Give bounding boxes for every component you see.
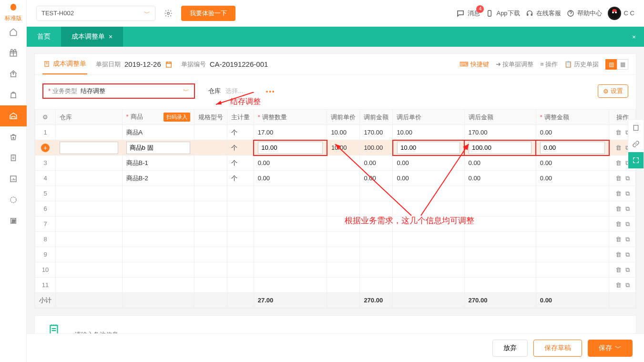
svg-marker-20 xyxy=(463,144,469,150)
chevron-down-icon: ﹀ xyxy=(183,87,189,95)
delete-row-icon[interactable]: 🗑 xyxy=(615,129,622,136)
nav-money-icon[interactable] xyxy=(0,126,27,147)
svg-point-3 xyxy=(10,197,16,203)
col-spec: 规格型号 xyxy=(194,110,227,125)
col-settings-icon[interactable]: ⚙ xyxy=(35,110,56,125)
delete-row-icon[interactable]: 🗑 xyxy=(615,220,622,228)
customer-service-button[interactable]: 在线客服 xyxy=(526,9,561,18)
right-dock xyxy=(628,119,644,169)
nav-warehouse-icon[interactable] xyxy=(0,105,27,126)
copy-row-icon[interactable]: ⧉ xyxy=(625,190,630,197)
calendar-icon[interactable] xyxy=(165,61,173,68)
doc-settings-button[interactable]: ⚙ 设置 xyxy=(598,84,628,98)
delete-row-icon[interactable]: 🗑 xyxy=(615,205,622,212)
copy-row-icon[interactable]: ⧉ xyxy=(625,205,630,212)
nav-bag-icon[interactable] xyxy=(0,84,27,105)
nav-gift-icon[interactable] xyxy=(0,42,27,63)
doc-date: 单据日期 2019-12-26 xyxy=(96,60,173,69)
save-draft-button[interactable]: 保存草稿 xyxy=(533,340,582,357)
svg-line-19 xyxy=(421,144,469,216)
col-post-amt: 调后金额 xyxy=(464,110,536,125)
delete-row-icon[interactable]: 🗑 xyxy=(615,251,622,258)
history-button[interactable]: 📋 历史单据 xyxy=(564,60,599,69)
save-button[interactable]: 保存﹀ xyxy=(588,340,633,357)
app-download-button[interactable]: App下载 xyxy=(486,9,520,18)
help-center-button[interactable]: 帮助中心 xyxy=(567,9,602,18)
table-row[interactable]: 1商品A个17.0010.00170.0010.00170.000.00🗑⧉ xyxy=(35,125,636,140)
operate-button[interactable]: ≡ 操作 xyxy=(540,60,558,69)
row-index: 8 xyxy=(35,232,56,247)
scan-input-button[interactable]: 扫码录入 xyxy=(164,113,190,122)
row-index: 1 xyxy=(35,125,56,140)
copy-row-icon[interactable]: ⧉ xyxy=(625,251,630,258)
delete-row-icon[interactable]: 🗑 xyxy=(615,175,622,182)
copy-row-icon[interactable]: ⧉ xyxy=(625,175,630,182)
remark-input[interactable] xyxy=(75,331,628,333)
delete-row-icon[interactable]: 🗑 xyxy=(615,281,622,289)
col-product: *商品扫码录入 xyxy=(122,110,194,125)
left-sidebar: 标准版 新 xyxy=(0,0,27,362)
business-type-select[interactable]: *业务类型 结存调整 ﹀ xyxy=(42,83,195,99)
copy-row-icon[interactable]: ⧉ xyxy=(625,266,630,273)
nav-process-icon[interactable] xyxy=(0,189,27,210)
svg-text:新: 新 xyxy=(12,219,15,223)
delete-row-icon[interactable]: 🗑 xyxy=(615,159,622,166)
delete-row-icon[interactable]: 🗑 xyxy=(615,236,622,243)
delete-row-icon[interactable]: 🗑 xyxy=(615,266,622,273)
row-index: 6 xyxy=(35,201,56,217)
app-logo: 标准版 xyxy=(5,3,22,21)
delete-row-icon[interactable]: 🗑 xyxy=(615,190,622,197)
row-index: 3 xyxy=(35,155,56,171)
dock-note-icon[interactable] xyxy=(628,120,644,136)
try-button[interactable]: 我要体验一下 xyxy=(181,6,235,21)
copy-row-icon[interactable]: ⧉ xyxy=(625,236,630,243)
tab-home[interactable]: 首页 xyxy=(27,27,61,47)
col-unit: 主计量 xyxy=(227,110,254,125)
user-menu[interactable]: C C xyxy=(608,7,634,20)
row-index: 10 xyxy=(35,262,56,278)
svg-point-12 xyxy=(612,9,617,12)
more-fields-icon[interactable]: ••• xyxy=(266,88,276,95)
svg-rect-14 xyxy=(166,62,171,67)
view-list-icon[interactable]: ▤ xyxy=(605,59,617,70)
tab-cost-adjustment[interactable]: 成本调整单× xyxy=(61,27,123,47)
annotation-2: 根据业务需求，这几个信息均可调整 xyxy=(345,215,474,226)
doc-number: 单据编号 CA-20191226-001 xyxy=(181,60,268,69)
top-bar: TEST-H002 ﹀ 我要体验一下 消息 4 App下载 在线客服 xyxy=(27,0,644,27)
table-row[interactable]: 11🗑⧉ xyxy=(35,278,636,293)
close-icon[interactable]: × xyxy=(109,33,112,41)
table-row[interactable]: 10🗑⧉ xyxy=(35,262,636,278)
dock-expand-icon[interactable] xyxy=(628,152,644,168)
close-all-tabs-icon[interactable]: × xyxy=(624,27,644,47)
remark-section: 备注信息 xyxy=(34,315,636,333)
org-settings-icon[interactable] xyxy=(161,6,175,21)
adjust-by-bill-button[interactable]: ➜ 按单据调整 xyxy=(496,60,534,69)
view-grid-icon[interactable]: ▦ xyxy=(617,59,628,70)
dock-link-icon[interactable] xyxy=(628,136,644,152)
nav-upload-icon[interactable] xyxy=(0,63,27,84)
messages-button[interactable]: 消息 4 xyxy=(456,9,480,18)
table-row[interactable]: 9🗑⧉ xyxy=(35,247,636,262)
discard-button[interactable]: 放弃 xyxy=(492,340,528,357)
nav-new-icon[interactable]: 新 xyxy=(0,210,27,231)
nav-clipboard-icon[interactable] xyxy=(0,147,27,168)
delete-row-icon[interactable]: 🗑 xyxy=(615,144,622,151)
hotkey-button[interactable]: ⌨ 快捷键 xyxy=(460,60,489,69)
copy-row-icon[interactable]: ⧉ xyxy=(625,281,630,289)
table-row[interactable]: 8🗑⧉ xyxy=(35,232,636,247)
warehouse-input[interactable] xyxy=(60,142,118,154)
svg-point-6 xyxy=(167,12,170,14)
doc-tab-active[interactable]: 成本调整单 xyxy=(42,54,87,74)
nav-report-icon[interactable] xyxy=(0,168,27,189)
product-input[interactable] xyxy=(126,142,190,154)
adj-amt-input[interactable] xyxy=(540,142,605,154)
org-select[interactable]: TEST-H002 ﹀ xyxy=(36,6,155,21)
nav-home-icon[interactable] xyxy=(0,21,27,42)
col-qty: *调整数量 xyxy=(254,110,327,125)
copy-row-icon[interactable]: ⧉ xyxy=(625,220,630,228)
view-toggle: ▤ ▦ xyxy=(605,59,628,70)
page-tabs: 首页 成本调整单× × xyxy=(27,27,644,47)
col-adj-amt: *调整金额 xyxy=(536,110,609,125)
add-row-icon[interactable]: + xyxy=(41,144,50,152)
svg-line-17 xyxy=(335,144,411,216)
